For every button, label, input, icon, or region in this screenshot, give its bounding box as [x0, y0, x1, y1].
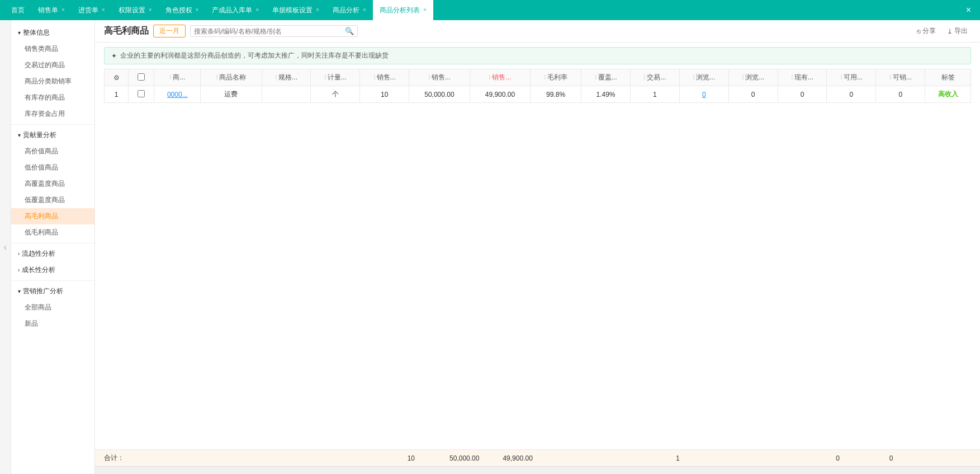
- cell-browse1[interactable]: 0: [679, 86, 728, 103]
- col-gross-margin[interactable]: ⁝毛利率: [531, 69, 581, 86]
- info-banner: ✦ 企业的主要的利润都是这部分商品创造的，可考虑加大推广，同时关注库存是不要出现…: [104, 47, 971, 64]
- table-footer: 合计： 10 50,000.00 49,900.00 1 0 0: [95, 449, 980, 466]
- col-current-stock[interactable]: ⁝现有...: [778, 69, 827, 86]
- sidebar-item-new-goods[interactable]: 新品: [11, 316, 94, 332]
- col-unit[interactable]: ⁝计量...: [311, 69, 360, 86]
- nav-role-auth[interactable]: 角色授权 ×: [159, 0, 206, 20]
- page-title: 高毛利商品: [104, 25, 149, 37]
- cell-browse2: 0: [728, 86, 778, 103]
- cell-checkbox[interactable]: [129, 86, 154, 103]
- footer-sales-qty: 10: [385, 454, 438, 462]
- sidebar-item-low-coverage[interactable]: 低覆盖度商品: [11, 192, 94, 208]
- sidebar-group-overall-info[interactable]: ▾ 整体信息: [11, 25, 94, 41]
- search-icon[interactable]: 🔍: [345, 27, 354, 35]
- col-available-stock[interactable]: ⁝可用...: [827, 69, 876, 86]
- sidebar-collapse-button[interactable]: ‹: [0, 20, 11, 474]
- col-tag[interactable]: 标签: [925, 69, 971, 86]
- close-all-tabs[interactable]: ×: [962, 5, 976, 15]
- cell-tag: 高收入: [925, 86, 971, 103]
- nav-product-analysis-list[interactable]: 商品分析列表 ×: [373, 0, 433, 20]
- cell-transactions: 1: [630, 86, 679, 103]
- close-finished-goods[interactable]: ×: [255, 0, 259, 20]
- collapse-arrow-overall: ▾: [18, 30, 21, 36]
- horizontal-scrollbar[interactable]: [95, 466, 980, 474]
- row-checkbox[interactable]: [138, 90, 145, 97]
- top-navigation: 首页 销售单 × 进货单 × 权限设置 × 角色授权 × 产成品入库单 × 单据…: [0, 0, 980, 20]
- cell-name: 运费: [201, 86, 262, 103]
- divider-3: [11, 280, 94, 281]
- sidebar-item-traded-goods[interactable]: 交易过的商品: [11, 57, 94, 73]
- nav-template-settings[interactable]: 单据模板设置 ×: [266, 0, 326, 20]
- col-coverage[interactable]: ⁝覆盖...: [581, 69, 631, 86]
- nav-home[interactable]: 首页: [4, 0, 31, 20]
- sidebar-group-growth[interactable]: › 成长性分析: [11, 262, 94, 278]
- close-template-settings[interactable]: ×: [316, 0, 319, 20]
- sidebar-group-contribution[interactable]: ▾ 贡献量分析: [11, 127, 94, 143]
- sidebar-item-category-sales-rate[interactable]: 商品分类助销率: [11, 73, 94, 90]
- col-checkbox[interactable]: [129, 69, 154, 86]
- sidebar-item-goods-in-stock[interactable]: 有库存的商品: [11, 90, 94, 106]
- close-product-analysis[interactable]: ×: [363, 0, 366, 20]
- close-product-analysis-list[interactable]: ×: [423, 0, 427, 20]
- export-icon: ⤓: [947, 27, 953, 35]
- sidebar-group-marketing[interactable]: ▾ 营销推广分析: [11, 283, 94, 299]
- share-button[interactable]: ⎋ 分享: [913, 25, 939, 37]
- footer-sales-amount: 50,000.00: [438, 454, 491, 462]
- close-permission-settings[interactable]: ×: [149, 0, 152, 20]
- sidebar-item-high-margin[interactable]: 高毛利商品: [11, 208, 94, 224]
- table-row: 1 0000... 运费 个 10 50,000.00 49,900.00 99…: [105, 86, 971, 103]
- cell-spec: [262, 86, 311, 103]
- data-table: ⚙ ⁝商... ⁝商品名称 ⁝规格... ⁝计量... ⁝销售... ⁝销售..…: [104, 69, 971, 103]
- collapse-arrow-contribution: ▾: [18, 132, 21, 138]
- sidebar-item-high-coverage[interactable]: 高覆盖度商品: [11, 176, 94, 192]
- footer-sales-profit: 49,900.00: [491, 454, 544, 462]
- content-header: 高毛利商品 近一月 🔍 ⎋ 分享 ⤓ 导出: [95, 20, 980, 43]
- sidebar-item-sales-goods[interactable]: 销售类商品: [11, 41, 94, 57]
- search-box[interactable]: 🔍: [190, 25, 358, 37]
- cell-index: 1: [105, 86, 129, 103]
- sidebar-group-trend[interactable]: › 流趋性分析: [11, 246, 94, 262]
- col-browse2[interactable]: ⁝浏览...: [728, 69, 778, 86]
- cell-available-stock: 0: [827, 86, 876, 103]
- col-name[interactable]: ⁝商品名称: [201, 69, 262, 86]
- content-area: 高毛利商品 近一月 🔍 ⎋ 分享 ⤓ 导出 ✦ 企业的主要的利润都是这部分商品创…: [95, 20, 980, 474]
- table-header-row: ⚙ ⁝商... ⁝商品名称 ⁝规格... ⁝计量... ⁝销售... ⁝销售..…: [105, 69, 971, 86]
- sidebar-item-low-margin[interactable]: 低毛利商品: [11, 224, 94, 241]
- cell-code[interactable]: 0000...: [154, 86, 201, 103]
- col-code[interactable]: ⁝商...: [154, 69, 201, 86]
- sidebar: ▾ 整体信息 销售类商品 交易过的商品 商品分类助销率 有库存的商品 库存资金占…: [11, 20, 95, 474]
- cell-sales-qty: 10: [360, 86, 409, 103]
- collapse-arrow-trend: ›: [18, 251, 20, 257]
- sidebar-item-low-value[interactable]: 低价值商品: [11, 159, 94, 176]
- col-sales-amount[interactable]: ⁝销售...: [409, 69, 470, 86]
- divider-1: [11, 124, 94, 125]
- close-purchase-order[interactable]: ×: [102, 0, 105, 20]
- cell-unit: 个: [311, 86, 360, 103]
- col-sales-qty[interactable]: ⁝销售...: [360, 69, 409, 86]
- select-all-checkbox[interactable]: [138, 73, 145, 81]
- sidebar-item-all-goods[interactable]: 全部商品: [11, 299, 94, 316]
- sidebar-item-stock-capital[interactable]: 库存资金占用: [11, 106, 94, 122]
- nav-finished-goods[interactable]: 产成品入库单 ×: [205, 0, 266, 20]
- col-saleable-stock[interactable]: ⁝可销...: [876, 69, 925, 86]
- divider-2: [11, 243, 94, 243]
- close-role-auth[interactable]: ×: [196, 0, 199, 20]
- sidebar-item-high-value[interactable]: 高价值商品: [11, 143, 94, 159]
- nav-sales-order[interactable]: 销售单 ×: [31, 0, 72, 20]
- filter-recent-month-button[interactable]: 近一月: [153, 25, 186, 37]
- cell-sales-amount: 50,000.00: [409, 86, 470, 103]
- nav-product-analysis[interactable]: 商品分析 ×: [326, 0, 373, 20]
- col-browse1[interactable]: ⁝浏览...: [679, 69, 728, 86]
- export-button[interactable]: ⤓ 导出: [944, 25, 971, 37]
- search-input[interactable]: [194, 27, 345, 35]
- col-settings[interactable]: ⚙: [105, 69, 129, 86]
- col-sales-profit[interactable]: ⁝销售...: [470, 69, 530, 86]
- info-icon: ✦: [111, 52, 117, 60]
- cell-current-stock: 0: [778, 86, 827, 103]
- nav-permission-settings[interactable]: 权限设置 ×: [112, 0, 159, 20]
- col-transactions[interactable]: ⁝交易...: [630, 69, 679, 86]
- col-spec[interactable]: ⁝规格...: [262, 69, 311, 86]
- nav-purchase-order[interactable]: 进货单 ×: [72, 0, 112, 20]
- close-sales-order[interactable]: ×: [61, 0, 65, 20]
- share-icon: ⎋: [917, 27, 921, 35]
